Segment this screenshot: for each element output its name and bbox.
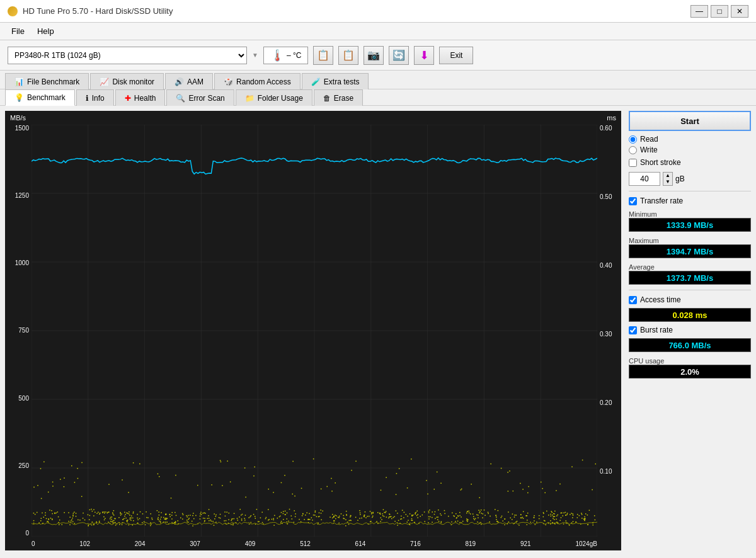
tab-erase[interactable]: 🗑 Erase xyxy=(314,89,363,106)
average-stat: Average 1373.7 MB/s xyxy=(629,262,751,285)
y-right-0.20: 0.20 xyxy=(597,399,621,406)
tab-info[interactable]: ℹ Info xyxy=(76,89,114,106)
tab-row-top: 📊 File Benchmark 📈 Disk monitor 🔊 AAM 🎲 … xyxy=(0,71,756,89)
access-time-stat: 0.028 ms xyxy=(629,308,751,322)
copy-btn-1[interactable]: 📋 xyxy=(313,46,333,65)
y-left-750: 750 xyxy=(5,327,32,334)
transfer-rate-checkbox-label[interactable]: Transfer rate xyxy=(629,196,751,205)
access-time-checkbox[interactable] xyxy=(629,296,637,304)
health-icon: ✚ xyxy=(125,94,131,103)
tab-aam[interactable]: 🔊 AAM xyxy=(165,73,213,89)
x-label-0: 0 xyxy=(32,540,35,547)
copy-btn-2[interactable]: 📋 xyxy=(338,46,358,65)
divider-2 xyxy=(629,290,751,290)
transfer-rate-checkbox[interactable] xyxy=(629,197,637,205)
info-icon: ℹ xyxy=(86,94,89,103)
x-label-614: 614 xyxy=(355,540,366,547)
tab-container: 📊 File Benchmark 📈 Disk monitor 🔊 AAM 🎲 … xyxy=(0,71,756,106)
burst-rate-checkbox-label[interactable]: Burst rate xyxy=(629,326,751,334)
menu-file[interactable]: File xyxy=(5,25,31,38)
x-label-512: 512 xyxy=(300,540,311,547)
y-axis-left: 1500 1250 1000 750 500 250 0 xyxy=(5,125,32,537)
short-stroke-checkbox[interactable] xyxy=(629,159,637,167)
y-left-250: 250 xyxy=(5,462,32,469)
title-controls: — □ ✕ xyxy=(690,5,748,18)
title-bar-left: HD Tune Pro 5.70 - Hard Disk/SSD Utility xyxy=(8,6,173,16)
minimum-stat: Minimum 1333.9 MB/s xyxy=(629,209,751,232)
read-radio[interactable] xyxy=(629,135,637,144)
close-button[interactable]: ✕ xyxy=(731,5,748,18)
chart-area: MB/s ms 1500 1250 1000 750 500 250 0 0.6… xyxy=(5,111,621,550)
maximum-value: 1394.7 MB/s xyxy=(629,244,751,258)
write-radio-label[interactable]: Write xyxy=(629,145,751,154)
aam-icon: 🔊 xyxy=(175,77,184,86)
gb-label: gB xyxy=(675,174,685,183)
menu-bar: File Help xyxy=(0,23,756,40)
device-select[interactable]: PP3480-R 1TB (1024 gB) xyxy=(8,47,247,64)
tab-health[interactable]: ✚ Health xyxy=(115,89,166,106)
temperature-display: 🌡️ – °C xyxy=(263,47,308,64)
access-time-checkbox-label[interactable]: Access time xyxy=(629,295,751,304)
write-radio[interactable] xyxy=(629,146,637,154)
tab-extra-tests[interactable]: 🧪 Extra tests xyxy=(302,73,369,89)
access-time-label-text: Access time xyxy=(640,295,681,304)
x-label-819: 819 xyxy=(466,540,476,547)
tab-folder-usage[interactable]: 📁 Folder Usage xyxy=(236,89,312,106)
read-write-group: Read Write xyxy=(629,135,751,154)
y-right-0.50: 0.50 xyxy=(597,193,621,200)
camera-btn[interactable]: 📷 xyxy=(364,46,384,65)
app-icon xyxy=(8,6,18,16)
short-stroke-checkbox-label[interactable]: Short stroke xyxy=(629,158,751,167)
minimum-value: 1333.9 MB/s xyxy=(629,218,751,232)
stroke-value-input[interactable] xyxy=(629,172,660,186)
average-value: 1373.7 MB/s xyxy=(629,271,751,285)
maximum-stat: Maximum 1394.7 MB/s xyxy=(629,236,751,258)
stroke-up-btn[interactable]: ▲ xyxy=(663,173,672,179)
stroke-down-btn[interactable]: ▼ xyxy=(663,179,672,185)
tab-file-benchmark[interactable]: 📊 File Benchmark xyxy=(5,73,89,89)
tab-error-scan[interactable]: 🔍 Error Scan xyxy=(166,89,234,106)
average-label: Average xyxy=(629,263,751,271)
y-right-0.60: 0.60 xyxy=(597,125,621,132)
x-label-409: 409 xyxy=(245,540,256,547)
y-left-1000: 1000 xyxy=(5,259,32,266)
error-scan-icon: 🔍 xyxy=(176,94,185,103)
extra-tests-icon: 🧪 xyxy=(311,77,321,86)
x-label-716: 716 xyxy=(410,540,421,547)
burst-rate-label-text: Burst rate xyxy=(640,326,673,334)
benchmark-chart xyxy=(32,125,597,537)
download-btn[interactable]: ⬇ xyxy=(414,46,434,65)
read-radio-label[interactable]: Read xyxy=(629,135,751,144)
tab-random-access[interactable]: 🎲 Random Access xyxy=(214,73,301,89)
x-label-102: 102 xyxy=(79,540,90,547)
menu-help[interactable]: Help xyxy=(31,25,60,38)
burst-rate-checkbox[interactable] xyxy=(629,326,637,334)
y-left-1500: 1500 xyxy=(5,125,32,132)
maximize-button[interactable]: □ xyxy=(711,5,728,18)
divider-1 xyxy=(629,191,751,191)
cpu-usage-value: 2.0% xyxy=(629,365,751,379)
minimize-button[interactable]: — xyxy=(690,5,708,18)
y-left-1250: 1250 xyxy=(5,192,32,199)
x-label-1024: 1024gB xyxy=(575,540,597,547)
maximum-label: Maximum xyxy=(629,237,751,244)
cpu-usage-label: CPU usage xyxy=(629,357,751,365)
refresh-btn[interactable]: 🔄 xyxy=(389,46,409,65)
tab-disk-monitor[interactable]: 📈 Disk monitor xyxy=(90,73,164,89)
benchmark-icon: 💡 xyxy=(14,93,24,102)
x-label-307: 307 xyxy=(190,540,200,547)
chart-y-label-right: ms xyxy=(607,114,616,122)
tab-benchmark[interactable]: 💡 Benchmark xyxy=(5,89,75,106)
stroke-row: ▲ ▼ gB xyxy=(629,172,751,186)
y-axis-right: 0.60 0.50 0.40 0.30 0.20 0.10 xyxy=(597,125,621,537)
temp-value: – °C xyxy=(287,51,301,60)
cpu-usage-stat: CPU usage 2.0% xyxy=(629,356,751,379)
stroke-spinner: ▲ ▼ xyxy=(663,172,673,186)
x-label-204: 204 xyxy=(135,540,146,547)
chart-y-label-left: MB/s xyxy=(10,114,26,122)
folder-usage-icon: 📁 xyxy=(245,94,255,103)
exit-button[interactable]: Exit xyxy=(439,47,473,64)
start-button[interactable]: Start xyxy=(629,111,751,131)
title-bar: HD Tune Pro 5.70 - Hard Disk/SSD Utility… xyxy=(0,0,756,23)
tab-row-bottom: 💡 Benchmark ℹ Info ✚ Health 🔍 Error Scan… xyxy=(0,89,756,105)
